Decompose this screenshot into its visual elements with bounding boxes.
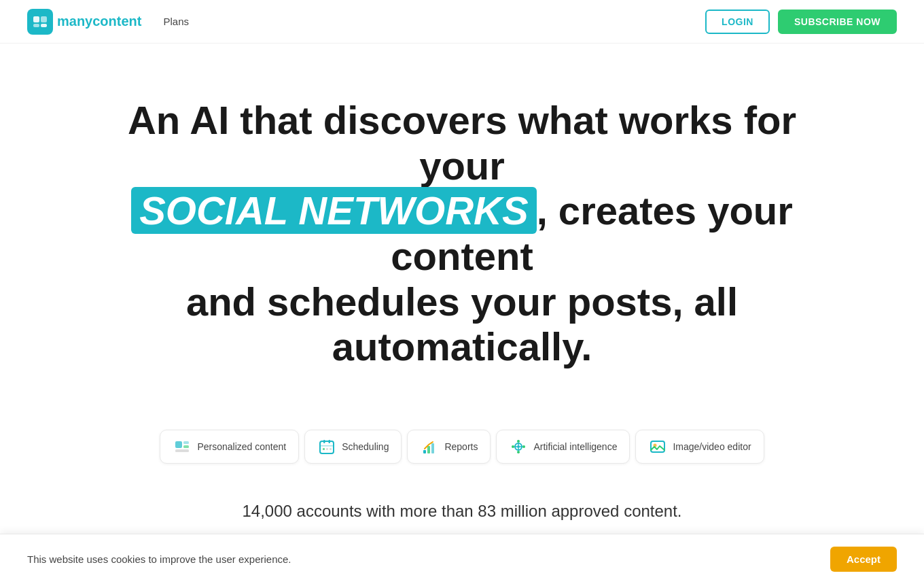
logo-icon xyxy=(27,9,53,35)
svg-rect-7 xyxy=(175,449,189,452)
svg-rect-13 xyxy=(326,448,328,450)
personalized-content-label: Personalized content xyxy=(197,441,286,452)
svg-rect-6 xyxy=(183,445,189,448)
svg-rect-1 xyxy=(41,16,47,22)
features-row: Personalized content Scheduling R xyxy=(122,430,802,464)
accept-cookies-button[interactable]: Accept xyxy=(830,547,897,572)
navbar-right: LOGIN SUBSCRIBE NOW xyxy=(705,10,897,34)
svg-point-21 xyxy=(517,451,520,453)
svg-rect-17 xyxy=(431,443,434,453)
svg-point-19 xyxy=(517,445,520,448)
svg-rect-3 xyxy=(41,24,47,27)
scheduling-label: Scheduling xyxy=(342,441,389,452)
hero-line1: An AI that discovers what works for your xyxy=(128,98,796,188)
subscribe-nav-button[interactable]: SUBSCRIBE NOW xyxy=(778,10,897,34)
login-button[interactable]: LOGIN xyxy=(705,10,770,34)
feature-scheduling: Scheduling xyxy=(304,430,402,464)
svg-rect-9 xyxy=(323,440,325,443)
logo-text: manycontent xyxy=(57,14,141,29)
scheduling-icon xyxy=(317,437,336,456)
svg-rect-2 xyxy=(33,24,39,27)
navbar: manycontent Plans LOGIN SUBSCRIBE NOW xyxy=(0,0,924,44)
hero-line3: and schedules your posts, all automatica… xyxy=(186,279,738,369)
navbar-left: manycontent Plans xyxy=(27,9,189,35)
hero-section: An AI that discovers what works for your… xyxy=(54,44,870,397)
feature-artificial-intelligence: Artificial intelligence xyxy=(496,430,630,464)
ai-label: Artificial intelligence xyxy=(533,441,617,452)
svg-rect-11 xyxy=(320,445,334,447)
svg-rect-14 xyxy=(330,448,332,450)
reports-label: Reports xyxy=(444,441,478,452)
reports-icon xyxy=(420,437,439,456)
svg-point-22 xyxy=(512,445,514,448)
ai-icon xyxy=(509,437,528,456)
cookie-message: This website uses cookies to improve the… xyxy=(27,553,291,565)
feature-reports: Reports xyxy=(407,430,491,464)
feature-personalized-content: Personalized content xyxy=(160,430,299,464)
svg-point-20 xyxy=(517,440,520,443)
svg-rect-10 xyxy=(329,440,331,443)
svg-rect-12 xyxy=(323,448,325,450)
nav-plans-link[interactable]: Plans xyxy=(163,16,189,27)
stats-text: 14,000 accounts with more than 83 millio… xyxy=(0,502,924,521)
cookie-banner: This website uses cookies to improve the… xyxy=(0,534,924,584)
svg-rect-0 xyxy=(33,16,39,22)
svg-rect-8 xyxy=(320,441,334,453)
hero-title: An AI that discovers what works for your… xyxy=(82,98,842,370)
svg-rect-5 xyxy=(183,441,189,444)
svg-rect-28 xyxy=(651,441,664,452)
svg-point-23 xyxy=(522,445,525,448)
svg-rect-15 xyxy=(423,450,426,453)
editor-label: Image/video editor xyxy=(673,441,751,452)
logo: manycontent xyxy=(27,9,141,35)
stats-section: 14,000 accounts with more than 83 millio… xyxy=(0,502,924,521)
svg-rect-4 xyxy=(175,441,182,448)
feature-image-video-editor: Image/video editor xyxy=(635,430,764,464)
editor-icon xyxy=(648,437,667,456)
hero-highlight: SOCIAL NETWORKS xyxy=(131,187,537,234)
personalized-content-icon xyxy=(173,437,192,456)
svg-rect-16 xyxy=(427,446,430,453)
